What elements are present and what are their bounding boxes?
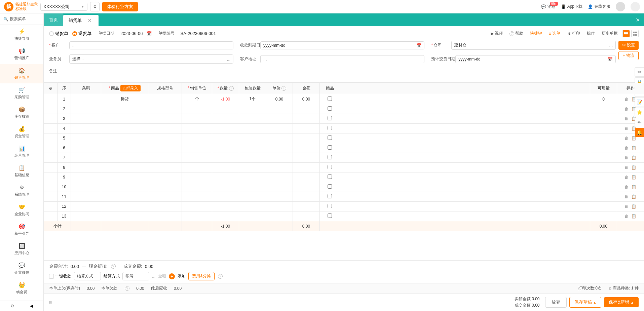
print-button[interactable]: 🖨打印: [565, 30, 582, 37]
sidebar-item-capital[interactable]: 💰 资金管理: [0, 122, 43, 142]
row-qty[interactable]: [212, 163, 239, 172]
row-goods[interactable]: [101, 133, 148, 143]
row-gift[interactable]: [320, 211, 340, 221]
row-amount[interactable]: [293, 211, 320, 221]
sidebar-item-purchase[interactable]: 🛒 采购管理: [0, 83, 43, 103]
row-amount[interactable]: [293, 163, 320, 172]
row-price[interactable]: [266, 153, 293, 163]
row-goods[interactable]: [101, 172, 148, 182]
row-price[interactable]: [266, 211, 293, 221]
delete-icon[interactable]: 🗑: [624, 107, 629, 111]
row-price[interactable]: [266, 143, 293, 153]
row-barcode[interactable]: [71, 104, 101, 114]
tab-sales-order[interactable]: 销货单 ✕: [63, 15, 99, 26]
row-spec[interactable]: [148, 133, 182, 143]
row-goods[interactable]: [101, 114, 148, 124]
sidebar-settings-icon[interactable]: ⚙: [10, 304, 14, 308]
tab-home[interactable]: 首页: [44, 13, 63, 26]
row-gift[interactable]: [320, 133, 340, 143]
company-selector[interactable]: XXXXXX公司 ▼: [40, 3, 87, 11]
row-gift[interactable]: [320, 124, 340, 133]
row-spec[interactable]: [148, 182, 182, 192]
row-goods[interactable]: [101, 182, 148, 192]
row-qty[interactable]: [212, 104, 239, 114]
one-click-pay-checkbox[interactable]: 一键收款: [49, 273, 71, 279]
row-barcode[interactable]: [71, 163, 101, 172]
row-qty[interactable]: [212, 114, 239, 124]
sidebar-item-system[interactable]: ⚙ 系统管理: [0, 181, 43, 200]
row-qty[interactable]: [212, 182, 239, 192]
row-gift[interactable]: [320, 182, 340, 192]
th-settings[interactable]: ⚙: [44, 83, 58, 94]
row-goods[interactable]: 拆货: [101, 94, 148, 104]
price-info-icon[interactable]: i: [281, 86, 286, 91]
sidebar-item-quick-nav[interactable]: ⚡ 快捷导航: [0, 25, 43, 44]
row-unit[interactable]: [182, 202, 212, 211]
row-price[interactable]: [266, 172, 293, 182]
row-unit[interactable]: [182, 192, 212, 202]
delete-icon[interactable]: 🗑: [624, 97, 629, 102]
save-draft-button[interactable]: 保存草稿 ▲: [569, 297, 602, 308]
message-button[interactable]: 💬 消息 99+: [541, 4, 556, 9]
row-goods[interactable]: [101, 104, 148, 114]
app-download-button[interactable]: 📱 App下载: [561, 4, 582, 9]
row-pkg[interactable]: [239, 133, 266, 143]
row-goods[interactable]: [101, 124, 148, 133]
row-spec[interactable]: [148, 211, 182, 221]
save-new-button[interactable]: 保存&新增 ▲: [604, 297, 639, 307]
row-qty[interactable]: [212, 124, 239, 133]
qty-info-icon[interactable]: i: [229, 86, 234, 91]
delete-icon[interactable]: 🗑: [624, 136, 629, 141]
row-spec[interactable]: [148, 124, 182, 133]
video-button[interactable]: ▶视频: [489, 30, 505, 37]
goods-type-icon[interactable]: ⊙: [608, 286, 613, 290]
help-button[interactable]: ? 帮助: [507, 30, 525, 37]
scan-button[interactable]: 扫码录入: [120, 85, 141, 91]
sidebar-item-app-center[interactable]: 🔲 应用中心: [0, 239, 43, 259]
copy-icon[interactable]: 📋: [631, 214, 636, 219]
logistics-button[interactable]: + 物流: [618, 51, 639, 60]
row-amount[interactable]: [293, 104, 320, 114]
expense-help-icon[interactable]: ?: [218, 274, 223, 279]
sidebar-item-collab[interactable]: 🤝 企业协同: [0, 200, 43, 220]
row-amount[interactable]: [293, 202, 320, 211]
row-qty[interactable]: [212, 133, 239, 143]
row-gift[interactable]: [320, 94, 340, 104]
radio-return[interactable]: 退货单: [72, 31, 91, 37]
row-qty[interactable]: [212, 211, 239, 221]
row-unit[interactable]: [182, 133, 212, 143]
payment-method-select[interactable]: 结算方式: [74, 272, 101, 280]
delete-icon[interactable]: 🗑: [624, 214, 629, 219]
row-barcode[interactable]: [71, 143, 101, 153]
row-qty[interactable]: -1.00: [212, 94, 239, 104]
row-price[interactable]: [266, 124, 293, 133]
row-gift[interactable]: [320, 143, 340, 153]
shortcut-button[interactable]: 快捷键: [528, 30, 544, 37]
row-amount[interactable]: [293, 124, 320, 133]
sidebar-item-inventory[interactable]: 📦 库存核算: [0, 103, 43, 122]
row-pkg[interactable]: [239, 143, 266, 153]
row-unit[interactable]: [182, 163, 212, 172]
row-pkg[interactable]: [239, 104, 266, 114]
row-price[interactable]: [266, 163, 293, 172]
copy-icon[interactable]: 📋: [631, 155, 636, 160]
row-price[interactable]: 0.00: [266, 94, 293, 104]
radio-sales[interactable]: 销货单: [49, 31, 68, 37]
copy-icon[interactable]: 📋: [631, 204, 636, 209]
select-button[interactable]: ≡选单: [547, 30, 562, 37]
settings-icon[interactable]: ⚙: [90, 2, 100, 11]
row-spec[interactable]: [148, 94, 182, 104]
row-price[interactable]: [266, 182, 293, 192]
row-amount[interactable]: [293, 114, 320, 124]
row-barcode[interactable]: [71, 172, 101, 182]
row-gift[interactable]: [320, 202, 340, 211]
delete-icon[interactable]: 🗑: [624, 194, 629, 199]
ops-button[interactable]: 操作: [585, 30, 597, 37]
row-barcode[interactable]: [71, 114, 101, 124]
sidebar-item-basic[interactable]: 📋 基础信息: [0, 161, 43, 181]
discount-help-icon[interactable]: ?: [111, 264, 116, 269]
row-goods[interactable]: [101, 211, 148, 221]
copy-icon[interactable]: 📋: [631, 194, 636, 199]
copy-icon[interactable]: 📋: [631, 185, 636, 189]
row-spec[interactable]: [148, 163, 182, 172]
